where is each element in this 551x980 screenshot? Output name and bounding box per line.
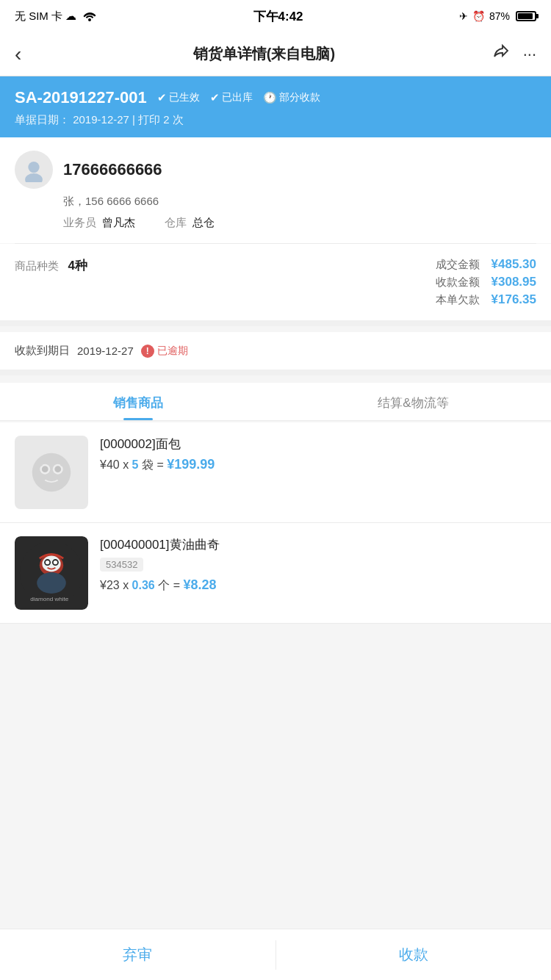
stats-right: 成交金额 ¥485.30 收款金额 ¥308.95 本单欠款 ¥176.35 — [436, 257, 536, 307]
customer-row: 17666666666 — [15, 151, 536, 189]
stats-section: 商品种类 4种 成交金额 ¥485.30 收款金额 ¥308.95 本单欠款 ¥… — [0, 244, 551, 320]
product-item-2: diamond white [000400001]黄油曲奇 534532 ¥23… — [0, 523, 551, 624]
status-partial: 🕐 部分收款 — [263, 91, 320, 104]
customer-meta: 业务员 曾凡杰 仓库 总仓 — [63, 216, 536, 230]
clock-icon: 🕐 — [263, 91, 277, 104]
svg-text:diamond white: diamond white — [30, 596, 69, 602]
wifi-icon — [82, 10, 97, 24]
svg-point-5 — [42, 466, 48, 472]
nav-bar: ‹ 销货单详情(来自电脑) ··· — [0, 32, 551, 76]
product-thumb-1: 量+ — [15, 436, 88, 509]
order-id-row: SA-20191227-001 ✔ 已生效 ✔ 已出库 🕐 部分收款 — [15, 88, 536, 107]
svg-point-13 — [54, 561, 57, 564]
product-name-2: [000400001]黄油曲奇 — [100, 536, 536, 553]
overdue-badge: ! 已逾期 — [141, 345, 188, 358]
alarm-icon: ⏰ — [472, 10, 485, 22]
svg-point-12 — [46, 561, 49, 564]
overdue-dot-icon: ! — [141, 345, 154, 358]
product-name-1: [0000002]面包 — [100, 436, 536, 453]
svg-point-6 — [54, 466, 61, 472]
due-date-label: 收款到期日 — [15, 344, 70, 358]
more-icon[interactable]: ··· — [523, 45, 536, 64]
status-shipped: ✔ 已出库 — [210, 91, 253, 104]
received-row: 收款金额 ¥308.95 — [436, 275, 536, 289]
stats-left: 商品种类 4种 — [15, 257, 87, 274]
svg-point-1 — [25, 173, 43, 182]
product-item: 量+ [0000002]面包 ¥40 x 5 袋 = ¥199.99 — [0, 422, 551, 523]
warehouse-label: 仓库 总仓 — [165, 216, 215, 230]
status-time: 下午4:42 — [253, 8, 303, 25]
status-right: ✈ ⏰ 87% — [459, 10, 536, 22]
order-id: SA-20191227-001 — [15, 88, 147, 107]
svg-point-2 — [32, 453, 71, 492]
nav-actions: ··· — [492, 43, 536, 65]
sim-label: 无 SIM 卡 ☁ — [15, 10, 76, 24]
status-left: 无 SIM 卡 ☁ — [15, 10, 97, 24]
product-price-2: ¥23 x 0.36 个 = ¥8.28 — [100, 577, 536, 594]
section-gap-2 — [0, 370, 551, 375]
status-bar: 无 SIM 卡 ☁ 下午4:42 ✈ ⏰ 87% — [0, 0, 551, 32]
battery-percent: 87% — [489, 10, 510, 22]
customer-phone: 17666666666 — [63, 160, 162, 179]
bottom-bar: 弃审 收款 — [0, 929, 551, 980]
status-effective: ✔ 已生效 — [157, 91, 200, 104]
confirm-button[interactable]: 收款 — [276, 929, 552, 980]
cancel-button[interactable]: 弃审 — [0, 929, 276, 980]
back-button[interactable]: ‹ — [15, 43, 21, 66]
product-type-row: 商品种类 4种 — [15, 257, 87, 274]
amount-row: 成交金额 ¥485.30 — [436, 257, 536, 272]
header-banner: SA-20191227-001 ✔ 已生效 ✔ 已出库 🕐 部分收款 单据日期：… — [0, 76, 551, 137]
tab-settlement[interactable]: 结算&物流等 — [276, 383, 551, 420]
section-gap-1 — [0, 320, 551, 326]
tabs-row: 销售商品 结算&物流等 — [0, 383, 551, 420]
check-icon-1: ✔ — [157, 91, 167, 104]
order-date: 单据日期： 2019-12-27 | 打印 2 次 — [15, 113, 536, 127]
product-tag-2: 534532 — [100, 558, 143, 572]
sales-label: 业务员 曾凡杰 — [63, 216, 135, 230]
share-icon[interactable] — [492, 43, 510, 65]
customer-section: 17666666666 张，156 6666 6666 业务员 曾凡杰 仓库 总… — [0, 137, 551, 243]
page-title: 销货单详情(来自电脑) — [36, 44, 491, 64]
svg-point-0 — [28, 162, 39, 173]
owed-row: 本单欠款 ¥176.35 — [436, 292, 536, 307]
overdue-label: 已逾期 — [157, 345, 188, 358]
battery-icon — [516, 11, 536, 21]
tab-products[interactable]: 销售商品 — [0, 383, 276, 420]
product-info-2: [000400001]黄油曲奇 534532 ¥23 x 0.36 个 = ¥8… — [100, 536, 536, 594]
check-icon-2: ✔ — [210, 91, 220, 104]
avatar — [15, 151, 53, 189]
product-thumb-2: diamond white — [15, 536, 88, 610]
product-info-1: [0000002]面包 ¥40 x 5 袋 = ¥199.99 — [100, 436, 536, 473]
thumb-placeholder-1: 量+ — [15, 436, 88, 509]
location-icon: ✈ — [459, 10, 468, 22]
product-price-1: ¥40 x 5 袋 = ¥199.99 — [100, 457, 536, 473]
bottom-spacer — [0, 624, 551, 682]
due-date-section: 收款到期日 2019-12-27 ! 已逾期 — [0, 332, 551, 370]
svg-point-14 — [37, 572, 66, 594]
due-date-value: 2019-12-27 — [77, 345, 134, 357]
product-list: 量+ [0000002]面包 ¥40 x 5 袋 = ¥199.99 — [0, 422, 551, 624]
tabs-section: 销售商品 结算&物流等 — [0, 383, 551, 421]
customer-name-phone: 张，156 6666 6666 — [63, 195, 536, 209]
